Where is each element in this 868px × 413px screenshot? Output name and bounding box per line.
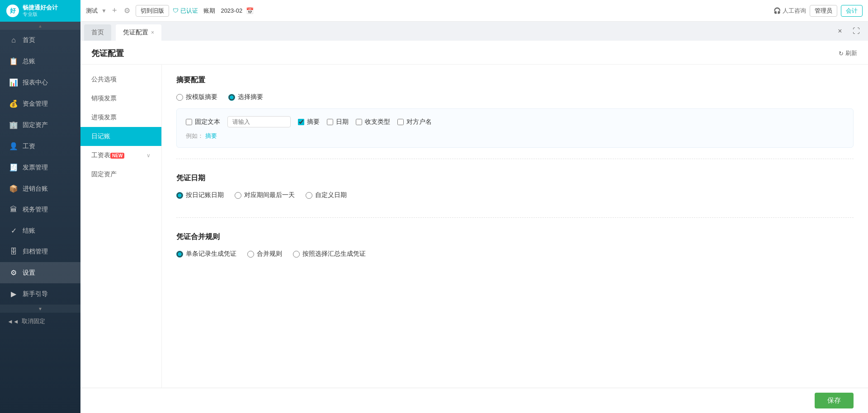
tab-voucher-config[interactable]: 凭证配置 × — [116, 24, 161, 41]
checkbox-fixed-text[interactable]: 固定文本 — [186, 118, 220, 126]
sidebar-label-wage: 工资 — [23, 142, 35, 150]
merge-aggregate-input[interactable] — [293, 251, 300, 258]
sidebar-item-home[interactable]: ⌂ 首页 — [0, 30, 80, 51]
cancel-fixed-icon: ◄◄ — [7, 318, 19, 325]
settings-icon[interactable]: ⚙ — [122, 6, 132, 15]
sidebar-item-invoice[interactable]: 🧾 发票管理 — [0, 157, 80, 178]
new-badge: NEW — [110, 153, 124, 159]
summary-section: 摘要配置 按模版摘要 选择摘要 — [176, 75, 854, 159]
sidebar-item-archive[interactable]: 🗄 归档管理 — [0, 241, 80, 262]
cancel-fixed-button[interactable]: ◄◄ 取消固定 — [0, 313, 80, 330]
save-button[interactable]: 保存 — [815, 393, 854, 408]
fixed-text-input[interactable] — [227, 116, 291, 127]
checkbox-fixed-text-input[interactable] — [186, 119, 192, 125]
merge-radio-group: 单条记录生成凭证 合并规则 按照选择汇总生成凭证 — [176, 250, 854, 258]
sidebar-item-wage[interactable]: 👤 工资 — [0, 136, 80, 157]
voucher-date-title: 凭证日期 — [176, 174, 854, 183]
summary-radio-select-input[interactable] — [228, 94, 235, 101]
sidebar-item-trade[interactable]: 📦 进销台账 — [0, 178, 80, 199]
sidebar-item-checkout[interactable]: ✓ 结账 — [0, 220, 80, 241]
checkbox-summary-input[interactable] — [298, 119, 304, 125]
checkbox-summary[interactable]: 摘要 — [298, 118, 320, 126]
left-nav-fixed-assets[interactable]: 固定资产 — [80, 165, 161, 184]
merge-radio-rule[interactable]: 合并规则 — [247, 250, 282, 258]
refresh-button[interactable]: ↻ 刷新 — [839, 49, 857, 57]
voucher-date-radio-custom[interactable]: 自定义日期 — [306, 191, 347, 199]
sidebar-item-settings[interactable]: ⚙ 设置 — [0, 262, 80, 283]
calendar-icon[interactable]: 📅 — [246, 7, 254, 14]
logo-icon: 好 — [6, 5, 19, 17]
left-nav-purchase[interactable]: 进项发票 — [80, 108, 161, 127]
merge-rule-label: 合并规则 — [257, 250, 282, 258]
checkbox-date[interactable]: 日期 — [327, 118, 349, 126]
left-nav-sales[interactable]: 销项发票 — [80, 89, 161, 108]
sidebar-item-guide[interactable]: ▶ 新手引导 — [0, 283, 80, 305]
archive-icon: 🗄 — [9, 248, 18, 256]
sidebar-label-trade: 进销台账 — [23, 185, 48, 193]
merge-single-input[interactable] — [176, 251, 183, 258]
checkbox-counterpart-label: 对方户名 — [406, 118, 432, 126]
left-nav: 公共选项 销项发票 进项发票 日记账 工资表 NEW — [80, 65, 162, 388]
add-button[interactable]: + — [110, 6, 119, 15]
merge-radio-single[interactable]: 单条记录生成凭证 — [176, 250, 236, 258]
checkbox-counterpart-input[interactable] — [397, 119, 404, 125]
sidebar-label-tax: 税务管理 — [23, 206, 48, 214]
summary-radio-template[interactable]: 按模版摘要 — [176, 93, 217, 101]
fullscreen-button[interactable]: ⛶ — [850, 25, 863, 38]
summary-radio-select-label: 选择摘要 — [238, 93, 263, 101]
voucher-date-last-label: 对应期间最后一天 — [244, 191, 295, 199]
fixed-assets-icon: 🏢 — [9, 121, 18, 129]
tab-home[interactable]: 首页 — [84, 24, 111, 41]
voucher-date-last-input[interactable] — [235, 192, 241, 199]
sidebar-label-home: 首页 — [23, 36, 35, 44]
sidebar-item-fixed-assets[interactable]: 🏢 固定资产 — [0, 114, 80, 136]
logo-sub: 专业版 — [23, 11, 58, 18]
checkbox-income-type-input[interactable] — [356, 119, 362, 125]
example-prefix: 例如： — [186, 132, 203, 139]
accountant-button[interactable]: 会计 — [841, 5, 863, 17]
payroll-expand-icon: ∨ — [146, 152, 151, 159]
report-icon: 📊 — [9, 78, 18, 87]
consult-button[interactable]: 🎧 人工咨询 — [774, 7, 806, 15]
voucher-date-radio-group: 按日记账日期 对应期间最后一天 自定义日期 — [176, 191, 854, 199]
checkbox-income-type[interactable]: 收支类型 — [356, 118, 390, 126]
example-text: 例如： 摘要 — [186, 132, 844, 140]
dropdown-icon[interactable]: ▼ — [101, 8, 107, 14]
sidebar-item-report[interactable]: 📊 报表中心 — [0, 72, 80, 93]
voucher-date-custom-input[interactable] — [306, 192, 312, 199]
sidebar-item-capital[interactable]: 💰 资金管理 — [0, 93, 80, 114]
refresh-icon: ↻ — [839, 50, 844, 57]
voucher-date-radio-journal[interactable]: 按日记账日期 — [176, 191, 224, 199]
summary-radio-template-input[interactable] — [176, 94, 183, 101]
example-value: 摘要 — [205, 132, 217, 139]
sidebar-item-ledger[interactable]: 📋 总账 — [0, 51, 80, 72]
checkbox-date-input[interactable] — [327, 119, 333, 125]
certified-text: 已认证 — [180, 7, 198, 15]
sidebar-label-invoice: 发票管理 — [23, 164, 48, 172]
left-nav-public[interactable]: 公共选项 — [80, 70, 161, 89]
voucher-date-radio-last[interactable]: 对应期间最后一天 — [235, 191, 295, 199]
sidebar-label-capital: 资金管理 — [23, 100, 48, 108]
close-window-button[interactable]: × — [834, 25, 846, 38]
sidebar-label-checkout: 结账 — [23, 227, 35, 235]
sub-options-row: 固定文本 摘要 日期 — [186, 116, 844, 127]
checkbox-counterpart[interactable]: 对方户名 — [397, 118, 432, 126]
consult-icon: 🎧 — [774, 7, 781, 14]
capital-icon: 💰 — [9, 99, 18, 108]
tab-close-icon[interactable]: × — [151, 29, 154, 36]
left-nav-payroll[interactable]: 工资表 NEW ∨ — [80, 146, 161, 165]
left-nav-journal-label: 日记账 — [91, 132, 110, 141]
voucher-date-journal-input[interactable] — [176, 192, 183, 199]
consult-text: 人工咨询 — [783, 7, 806, 15]
invoice-icon: 🧾 — [9, 163, 18, 172]
admin-button[interactable]: 管理员 — [810, 5, 837, 17]
sidebar-item-tax[interactable]: 🏛 税务管理 — [0, 199, 80, 220]
switch-version-button[interactable]: 切到旧版 — [136, 5, 169, 17]
checkbox-date-label: 日期 — [336, 118, 349, 126]
merge-radio-aggregate[interactable]: 按照选择汇总生成凭证 — [293, 250, 366, 258]
left-nav-journal[interactable]: 日记账 — [80, 127, 161, 146]
logo-text: 畅捷通好会计 — [23, 4, 58, 11]
merge-rule-input[interactable] — [247, 251, 254, 258]
page-title: 凭证配置 — [91, 48, 124, 59]
summary-radio-select[interactable]: 选择摘要 — [228, 93, 263, 101]
